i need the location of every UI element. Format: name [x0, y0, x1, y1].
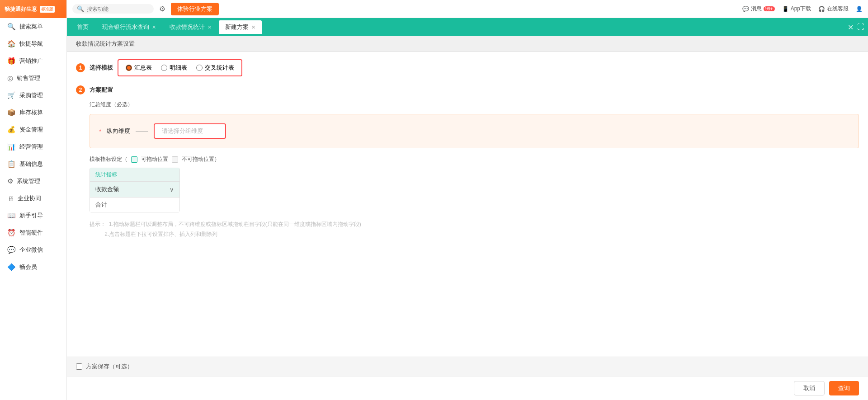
radio-detail-label: 明细表 — [170, 64, 187, 72]
indicator-column-payment[interactable]: 收款金额 ∨ — [90, 182, 179, 198]
tab-new-plan[interactable]: 新建方案 ✕ — [219, 20, 262, 34]
hint-not-draggable-text: 不可拖动位置） — [182, 155, 220, 163]
topbar: 🔍 ⚙ 体验行业方案 💬 消息 99+ 📱 App下载 🎧 在线客服 👤 — [67, 0, 868, 18]
sidebar-label-2: 营销推广 — [19, 57, 43, 65]
page-header: 收款情况统计方案设置 — [67, 36, 868, 52]
sidebar-label-14: 畅会员 — [19, 263, 37, 271]
sidebar-item-2[interactable]: 🎁营销推广 — [0, 52, 66, 70]
tab-cash-flow-close[interactable]: ✕ — [152, 24, 156, 30]
step1-section: 1 选择模板 汇总表 明细表 交叉统计表 — [76, 59, 859, 76]
content-area: 收款情况统计方案设置 1 选择模板 汇总表 明细表 — [67, 36, 868, 376]
gear-icon[interactable]: ⚙ — [159, 5, 165, 13]
topbar-actions: 💬 消息 99+ 📱 App下载 🎧 在线客服 👤 — [742, 5, 863, 13]
step2-title: 方案配置 — [90, 86, 113, 94]
sidebar-label-6: 资金管理 — [19, 126, 43, 134]
indicator-label: 模板指标设定（ — [90, 155, 127, 163]
close-window-icon[interactable]: ✕ — [848, 23, 854, 32]
sidebar-label-4: 采购管理 — [19, 91, 43, 99]
sidebar: 畅捷通好生意 标准版 🔍搜索菜单🏠快捷导航🎁营销推广◎销售管理🛒采购管理📦库存核… — [0, 0, 67, 400]
save-checkbox[interactable] — [76, 363, 82, 370]
indicator-settings: 模板指标设定（ 可拖动位置 不可拖动位置） 统计指标 收款金额 ∨ — [90, 155, 859, 212]
step1-num: 1 — [76, 63, 85, 72]
sidebar-label-0: 搜索菜单 — [19, 23, 43, 31]
sidebar-item-8[interactable]: 📋基础信息 — [0, 155, 66, 173]
support-button[interactable]: 🎧 在线客服 — [818, 5, 849, 13]
tab-new-plan-label: 新建方案 — [225, 23, 249, 31]
indicator-table-header: 统计指标 — [90, 168, 179, 182]
hint-draggable-text: 可拖动位置 — [141, 155, 168, 163]
tabs-right: ✕ ⛶ — [848, 23, 864, 32]
tab-payment-stats-label: 收款情况统计 — [170, 23, 205, 31]
tab-cash-flow[interactable]: 现金银行流水查询 ✕ — [96, 20, 162, 34]
sidebar-icon-12: ⏰ — [7, 229, 16, 237]
trial-button[interactable]: 体验行业方案 — [171, 3, 219, 15]
topbar-search-container[interactable]: 🔍 — [72, 4, 154, 14]
radio-summary-label: 汇总表 — [134, 64, 152, 72]
sidebar-item-10[interactable]: 🖥企业协同 — [0, 190, 66, 207]
search-icon: 🔍 — [77, 5, 84, 12]
user-info[interactable]: 👤 — [856, 6, 863, 12]
sidebar-item-14[interactable]: 🔷畅会员 — [0, 259, 66, 276]
sidebar-icon-2: 🎁 — [7, 57, 16, 65]
indicator-table: 统计指标 收款金额 ∨ 合计 — [90, 168, 180, 212]
tab-payment-stats[interactable]: 收款情况统计 ✕ — [163, 20, 218, 34]
indicator-column-arrow[interactable]: ∨ — [170, 186, 174, 193]
sidebar-item-5[interactable]: 📦库存核算 — [0, 104, 66, 121]
sidebar-icon-10: 🖥 — [7, 195, 14, 202]
sidebar-icon-14: 🔷 — [7, 263, 16, 271]
query-button[interactable]: 查询 — [829, 381, 859, 395]
sidebar-label-10: 企业协同 — [18, 194, 41, 202]
message-button[interactable]: 💬 消息 99+ — [742, 5, 775, 13]
sidebar-item-9[interactable]: ⚙系统管理 — [0, 173, 66, 190]
maximize-icon[interactable]: ⛶ — [857, 23, 864, 31]
vertical-dimension-label: 纵向维度 — [107, 127, 130, 135]
sidebar-label-5: 库存核算 — [19, 108, 43, 117]
sidebar-item-11[interactable]: 📖新手引导 — [0, 207, 66, 224]
tab-home-label: 首页 — [77, 23, 89, 31]
step2-num: 2 — [76, 85, 85, 94]
radio-summary-input[interactable] — [126, 65, 132, 71]
dimension-area: * 纵向维度 —— 请选择分组维度 — [90, 114, 859, 148]
sidebar-label-8: 基础信息 — [19, 160, 43, 168]
radio-cross[interactable]: 交叉统计表 — [196, 64, 234, 72]
sidebar-item-4[interactable]: 🛒采购管理 — [0, 87, 66, 104]
sidebar-item-0[interactable]: 🔍搜索菜单 — [0, 18, 66, 35]
user-avatar: 👤 — [856, 6, 863, 12]
sidebar-nav: 🔍搜索菜单🏠快捷导航🎁营销推广◎销售管理🛒采购管理📦库存核算💰资金管理📊经营管理… — [0, 18, 66, 400]
message-label: 消息 — [751, 5, 762, 13]
sidebar-item-1[interactable]: 🏠快捷导航 — [0, 35, 66, 52]
sidebar-badge: 标准版 — [40, 6, 55, 13]
cancel-button[interactable]: 取消 — [794, 381, 825, 395]
sidebar-icon-11: 📖 — [7, 212, 16, 220]
tip-2: 2.点击标题栏下拉可设置排序、插入列和删除列 — [90, 230, 859, 240]
sidebar-icon-7: 📊 — [7, 143, 16, 151]
sidebar-item-7[interactable]: 📊经营管理 — [0, 138, 66, 155]
step1-header: 1 选择模板 汇总表 明细表 交叉统计表 — [76, 59, 859, 76]
sidebar-item-13[interactable]: 💬企业微信 — [0, 241, 66, 259]
sidebar-icon-13: 💬 — [7, 246, 16, 254]
radio-summary[interactable]: 汇总表 — [126, 64, 152, 72]
indicator-hint-row: 模板指标设定（ 可拖动位置 不可拖动位置） — [90, 155, 859, 163]
dimension-row: * 纵向维度 —— 请选择分组维度 — [99, 123, 849, 139]
tab-payment-stats-close[interactable]: ✕ — [208, 24, 212, 30]
hint-not-draggable-box — [172, 156, 178, 163]
sidebar-item-3[interactable]: ◎销售管理 — [0, 70, 66, 87]
support-label: 在线客服 — [827, 5, 849, 13]
download-button[interactable]: 📱 App下载 — [782, 5, 811, 13]
sidebar-item-6[interactable]: 💰资金管理 — [0, 121, 66, 138]
sidebar-item-12[interactable]: ⏰智能硬件 — [0, 224, 66, 241]
tab-home[interactable]: 首页 — [71, 20, 95, 34]
radio-detail[interactable]: 明细表 — [161, 64, 187, 72]
page-title: 收款情况统计方案设置 — [76, 40, 135, 47]
required-star: * — [99, 128, 101, 135]
radio-cross-input[interactable] — [196, 65, 203, 71]
radio-detail-input[interactable] — [161, 65, 167, 71]
search-input[interactable] — [87, 6, 146, 12]
tab-new-plan-close[interactable]: ✕ — [251, 24, 255, 30]
support-icon: 🎧 — [818, 6, 825, 12]
save-label[interactable]: 方案保存（可选） — [86, 362, 133, 371]
dimension-arrow: —— — [136, 127, 148, 135]
sidebar-icon-3: ◎ — [7, 74, 13, 82]
dimension-select[interactable]: 请选择分组维度 — [154, 123, 226, 139]
dimension-title: 汇总维度（必选） — [90, 101, 859, 108]
